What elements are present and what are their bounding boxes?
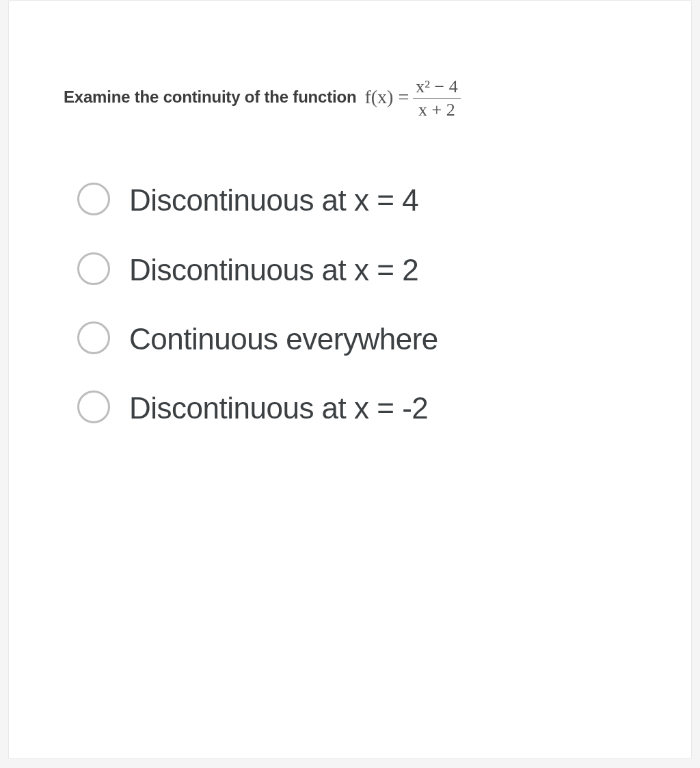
fraction: x² − 4 x + 2 bbox=[413, 77, 460, 120]
numerator: x² − 4 bbox=[413, 77, 460, 99]
option-label: Discontinuous at x = -2 bbox=[129, 388, 428, 428]
radio-icon[interactable] bbox=[77, 252, 110, 285]
option-3[interactable]: Continuous everywhere bbox=[77, 319, 445, 359]
option-1[interactable]: Discontinuous at x = 4 bbox=[77, 180, 445, 220]
radio-icon[interactable] bbox=[77, 183, 110, 215]
question-row: Examine the continuity of the function f… bbox=[64, 76, 671, 118]
question-prompt: Examine the continuity of the function bbox=[64, 88, 356, 107]
question-card: Examine the continuity of the function f… bbox=[8, 0, 692, 759]
options-list: Discontinuous at x = 4 Discontinuous at … bbox=[64, 180, 671, 429]
denominator: x + 2 bbox=[416, 99, 458, 120]
option-label: Continuous everywhere bbox=[129, 319, 438, 359]
radio-icon[interactable] bbox=[77, 390, 110, 423]
option-4[interactable]: Discontinuous at x = -2 bbox=[77, 388, 445, 428]
option-label: Discontinuous at x = 2 bbox=[129, 250, 418, 290]
option-label: Discontinuous at x = 4 bbox=[129, 180, 418, 220]
question-math: f(x) = x² − 4 x + 2 bbox=[364, 76, 460, 118]
option-2[interactable]: Discontinuous at x = 2 bbox=[77, 250, 445, 290]
function-lhs: f(x) = bbox=[364, 86, 409, 108]
radio-icon[interactable] bbox=[77, 321, 110, 354]
